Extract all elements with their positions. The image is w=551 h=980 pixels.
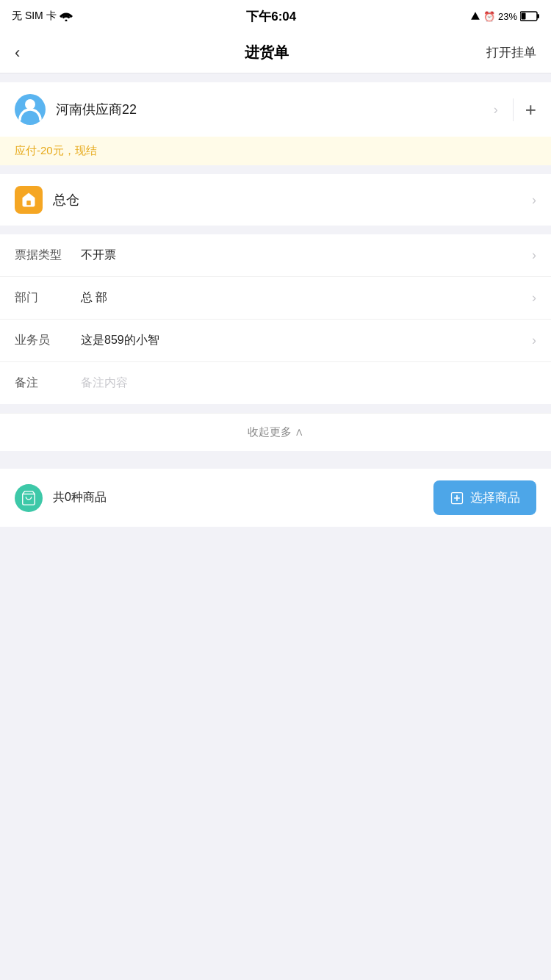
select-product-label: 选择商品: [470, 489, 520, 506]
open-pending-button[interactable]: 打开挂单: [486, 44, 536, 61]
invoice-type-label: 票据类型: [15, 248, 73, 263]
salesperson-value: 这是859的小智: [73, 333, 532, 348]
product-cart-icon: [15, 484, 43, 512]
salesperson-label: 业务员: [15, 333, 73, 348]
warehouse-name: 总仓: [53, 191, 532, 209]
svg-rect-2: [522, 13, 526, 20]
separator-3: [0, 451, 551, 460]
collapse-text: 收起更多 ∧: [248, 425, 303, 439]
department-label: 部门: [15, 290, 73, 306]
remark-input[interactable]: 备注内容: [73, 375, 536, 391]
select-product-button[interactable]: 选择商品: [433, 480, 536, 515]
page-title: 进货单: [245, 43, 289, 62]
supplier-avatar: [15, 94, 46, 125]
department-chevron-icon: ›: [532, 290, 536, 306]
svg-rect-3: [537, 14, 539, 18]
remark-row[interactable]: 备注 备注内容: [0, 362, 551, 404]
product-count: 共0种商品: [53, 490, 433, 505]
supplier-row[interactable]: 河南供应商22 › +: [0, 82, 551, 137]
department-row[interactable]: 部门 总 部 ›: [0, 277, 551, 320]
warehouse-section: 总仓 ›: [0, 174, 551, 226]
status-bar: 无 SIM 卡 下午6:04 ⏰ 23%: [0, 0, 551, 32]
back-button[interactable]: ‹: [15, 43, 47, 62]
warehouse-row[interactable]: 总仓 ›: [0, 174, 551, 226]
add-supplier-button[interactable]: +: [513, 98, 536, 121]
nav-bar: ‹ 进货单 打开挂单: [0, 32, 551, 73]
svg-point-4: [25, 99, 35, 109]
salesperson-row[interactable]: 业务员 这是859的小智 ›: [0, 320, 551, 362]
status-right: ⏰ 23%: [470, 11, 539, 22]
supplier-chevron-icon: ›: [494, 102, 498, 118]
invoice-type-value: 不开票: [73, 248, 532, 263]
invoice-type-row[interactable]: 票据类型 不开票 ›: [0, 234, 551, 277]
notice-text: 应付-20元，现结: [15, 144, 97, 156]
department-value: 总 部: [73, 290, 532, 306]
salesperson-chevron-icon: ›: [532, 333, 536, 348]
remark-label: 备注: [15, 375, 73, 391]
svg-rect-5: [26, 201, 31, 205]
supplier-section: 河南供应商22 › + 应付-20元，现结: [0, 82, 551, 165]
separator-1: [0, 73, 551, 82]
collapse-row[interactable]: 收起更多 ∧: [0, 413, 551, 451]
svg-point-0: [65, 20, 67, 22]
product-bar: 共0种商品 选择商品: [0, 469, 551, 527]
status-left: 无 SIM 卡: [12, 10, 73, 23]
main-background: [0, 527, 551, 747]
form-section: 票据类型 不开票 › 部门 总 部 › 业务员 这是859的小智 › 备注 备注…: [0, 234, 551, 404]
supplier-name: 河南供应商22: [56, 101, 494, 118]
battery-text: 23%: [498, 11, 517, 22]
status-time: 下午6:04: [246, 8, 296, 25]
invoice-type-chevron-icon: ›: [532, 248, 536, 263]
warehouse-chevron-icon: ›: [532, 192, 536, 208]
warehouse-icon: [15, 186, 43, 214]
notice-banner: 应付-20元，现结: [0, 137, 551, 165]
separator-2: [0, 165, 551, 174]
